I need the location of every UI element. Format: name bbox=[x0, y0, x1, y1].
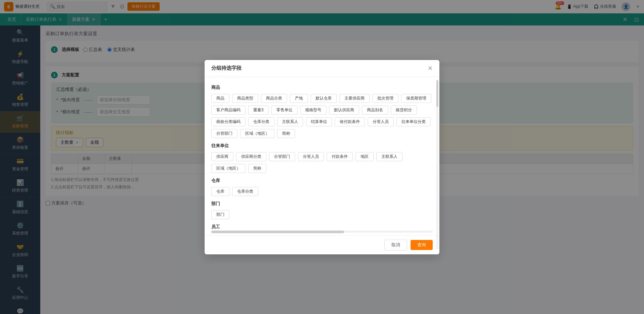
field-tag-warehouse-0[interactable]: 仓库 bbox=[211, 187, 229, 196]
field-tag-partner-2[interactable]: 分管部门 bbox=[269, 152, 295, 161]
section-title-employee: 员工 bbox=[211, 224, 433, 230]
section-title-partner: 往来单位 bbox=[211, 143, 433, 149]
field-tag-goods-4[interactable]: 默认仓库 bbox=[311, 94, 337, 103]
field-tag-goods-15[interactable]: 税收分类编码 bbox=[211, 117, 246, 126]
field-tag-goods-24[interactable]: 简称 bbox=[277, 129, 295, 138]
modal-title: 分组待选字段 bbox=[211, 65, 241, 71]
section-title-warehouse: 仓库 bbox=[211, 178, 433, 184]
field-tag-dept-0[interactable]: 部门 bbox=[211, 210, 229, 219]
cancel-button[interactable]: 取消 bbox=[384, 240, 407, 250]
field-tag-goods-12[interactable]: 默认供应商 bbox=[329, 106, 359, 115]
field-grid-warehouse: 仓库 仓库分类 bbox=[211, 187, 433, 196]
modal-header: 分组待选字段 ✕ bbox=[205, 60, 439, 77]
field-tag-goods-20[interactable]: 分管人员 bbox=[368, 117, 394, 126]
field-tag-partner-3[interactable]: 分管人员 bbox=[298, 152, 324, 161]
field-tag-partner-4[interactable]: 付款条件 bbox=[327, 152, 353, 161]
field-grid-partner: 供应商 供应商分类 分管部门 分管人员 付款条件 地区 主联系人 区域（地区） … bbox=[211, 152, 433, 173]
field-tag-goods-0[interactable]: 商品 bbox=[211, 94, 229, 103]
field-selection-modal: 分组待选字段 ✕ 商品 商品 商品类型 商品分类 产地 默认仓库 主要供应商 批… bbox=[205, 60, 439, 254]
field-tag-goods-1[interactable]: 商品类型 bbox=[232, 94, 258, 103]
modal-scrollbar[interactable] bbox=[436, 80, 438, 249]
modal-scrollbar-thumb bbox=[436, 80, 438, 107]
field-tag-goods-3[interactable]: 产地 bbox=[290, 94, 308, 103]
field-tag-goods-21[interactable]: 往来单位分类 bbox=[396, 117, 431, 126]
field-tag-goods-17[interactable]: 主联系人 bbox=[277, 117, 303, 126]
modal-overlay[interactable]: 分组待选字段 ✕ 商品 商品 商品类型 商品分类 产地 默认仓库 主要供应商 批… bbox=[0, 0, 644, 314]
section-title-department: 部门 bbox=[211, 201, 433, 207]
modal-hscroll[interactable] bbox=[211, 231, 433, 233]
field-tag-goods-10[interactable]: 零售单位 bbox=[271, 106, 298, 115]
field-tag-partner-1[interactable]: 供应商分类 bbox=[236, 152, 266, 161]
field-tag-goods-9[interactable]: 重量3 bbox=[248, 106, 269, 115]
field-tag-goods-19[interactable]: 收付款条件 bbox=[335, 117, 365, 126]
field-grid-goods: 商品 商品类型 商品分类 产地 默认仓库 主要供应商 批次管理 保质期管理 客户… bbox=[211, 94, 433, 138]
field-tag-warehouse-1[interactable]: 仓库分类 bbox=[232, 187, 258, 196]
field-tag-goods-23[interactable]: 区域（地区） bbox=[240, 129, 274, 138]
modal-footer: 取消 查询 bbox=[205, 235, 439, 254]
field-tag-goods-6[interactable]: 批次管理 bbox=[372, 94, 398, 103]
field-tag-goods-13[interactable]: 商品别名 bbox=[362, 106, 388, 115]
field-tag-goods-2[interactable]: 商品分类 bbox=[261, 94, 287, 103]
field-tag-goods-16[interactable]: 仓库分类 bbox=[248, 117, 274, 126]
field-tag-partner-6[interactable]: 主联系人 bbox=[376, 152, 402, 161]
field-tag-goods-14[interactable]: 炼货积分 bbox=[391, 106, 417, 115]
field-tag-goods-5[interactable]: 主要供应商 bbox=[339, 94, 370, 103]
field-tag-goods-18[interactable]: 结算单位 bbox=[306, 117, 332, 126]
field-tag-goods-8[interactable]: 客户商品编码 bbox=[211, 106, 246, 115]
field-tag-partner-5[interactable]: 地区 bbox=[356, 152, 374, 161]
field-tag-goods-7[interactable]: 保质期管理 bbox=[401, 94, 431, 103]
field-tag-partner-0[interactable]: 供应商 bbox=[211, 152, 233, 161]
modal-close-button[interactable]: ✕ bbox=[428, 65, 433, 72]
confirm-button[interactable]: 查询 bbox=[411, 240, 433, 250]
field-tag-goods-11[interactable]: 规格型号 bbox=[300, 106, 326, 115]
section-title-goods: 商品 bbox=[211, 84, 433, 90]
field-grid-department: 部门 bbox=[211, 210, 433, 219]
modal-hscroll-thumb bbox=[211, 231, 344, 233]
modal-body: 商品 商品 商品类型 商品分类 产地 默认仓库 主要供应商 批次管理 保质期管理… bbox=[205, 77, 439, 231]
field-tag-partner-8[interactable]: 简称 bbox=[248, 164, 266, 173]
field-tag-partner-7[interactable]: 区域（地区） bbox=[211, 164, 246, 173]
field-tag-goods-22[interactable]: 分管部门 bbox=[211, 129, 237, 138]
